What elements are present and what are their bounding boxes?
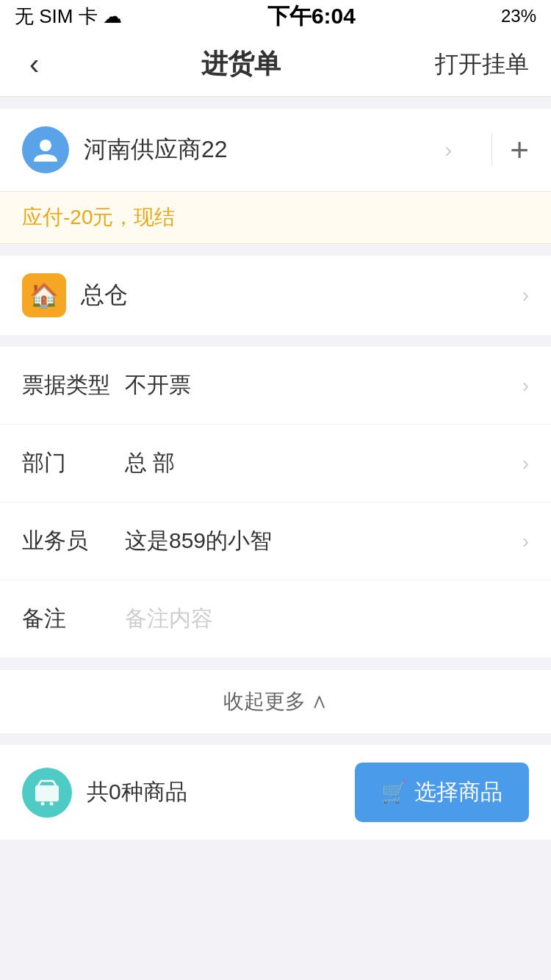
- remark-row[interactable]: 备注 备注内容: [0, 580, 551, 657]
- select-product-label: 选择商品: [414, 777, 503, 807]
- supplier-avatar: [22, 126, 69, 173]
- section-divider-1: [0, 244, 551, 256]
- warehouse-icon-wrap: 🏠: [22, 273, 66, 317]
- invoice-label: 票据类型: [22, 370, 110, 400]
- select-product-button[interactable]: 🛒 选择商品: [355, 763, 529, 822]
- invoice-row[interactable]: 票据类型 不开票 ›: [0, 347, 551, 425]
- top-divider: [0, 97, 551, 109]
- invoice-chevron-icon: ›: [522, 374, 529, 397]
- open-pending-button[interactable]: 打开挂单: [435, 48, 529, 81]
- warehouse-row[interactable]: 🏠 总仓 ›: [0, 256, 551, 335]
- product-icon-wrap: [22, 768, 72, 818]
- select-cart-icon: 🛒: [381, 780, 407, 804]
- department-row[interactable]: 部门 总 部 ›: [0, 425, 551, 502]
- nav-bar: ‹ 进货单 打开挂单: [0, 32, 551, 97]
- notice-banner: 应付-20元，现结: [0, 192, 551, 244]
- remark-label: 备注: [22, 604, 110, 634]
- salesman-label: 业务员: [22, 526, 110, 556]
- salesman-chevron-icon: ›: [522, 530, 529, 553]
- status-bar: 无 SIM 卡 ☁ 下午6:04 23%: [0, 0, 551, 32]
- collapse-button[interactable]: 收起更多 ∧: [223, 690, 328, 713]
- form-section: 票据类型 不开票 › 部门 总 部 › 业务员 这是859的小智 › 备注 备注…: [0, 347, 551, 657]
- remark-input[interactable]: 备注内容: [125, 604, 529, 634]
- salesman-value: 这是859的小智: [125, 526, 522, 556]
- department-chevron-icon: ›: [522, 452, 529, 475]
- page-title: 进货单: [201, 46, 281, 82]
- status-time: 下午6:04: [267, 1, 356, 32]
- supplier-name: 河南供应商22: [84, 134, 444, 166]
- svg-point-3: [50, 801, 54, 805]
- status-left: 无 SIM 卡 ☁: [15, 4, 122, 29]
- battery-icon: 23%: [501, 6, 536, 26]
- svg-point-2: [41, 801, 45, 805]
- status-right: 23%: [501, 6, 536, 26]
- product-cart-icon: [32, 778, 62, 807]
- supplier-row[interactable]: 河南供应商22 › +: [0, 109, 551, 192]
- add-supplier-button[interactable]: +: [510, 131, 529, 168]
- salesman-row[interactable]: 业务员 这是859的小智 ›: [0, 502, 551, 580]
- supplier-chevron-icon: ›: [444, 137, 452, 162]
- collapse-row[interactable]: 收起更多 ∧: [0, 669, 551, 733]
- department-label: 部门: [22, 448, 110, 478]
- supplier-divider: [491, 134, 492, 166]
- svg-point-0: [40, 140, 51, 151]
- warehouse-name: 总仓: [81, 279, 522, 311]
- department-value: 总 部: [125, 448, 522, 478]
- invoice-value: 不开票: [125, 370, 522, 400]
- product-count: 共0种商品: [87, 777, 355, 807]
- svg-rect-1: [35, 785, 59, 801]
- back-button[interactable]: ‹: [22, 40, 46, 88]
- product-bar: 共0种商品 🛒 选择商品: [0, 745, 551, 840]
- warehouse-chevron-icon: ›: [522, 284, 529, 307]
- warehouse-icon: 🏠: [29, 281, 59, 309]
